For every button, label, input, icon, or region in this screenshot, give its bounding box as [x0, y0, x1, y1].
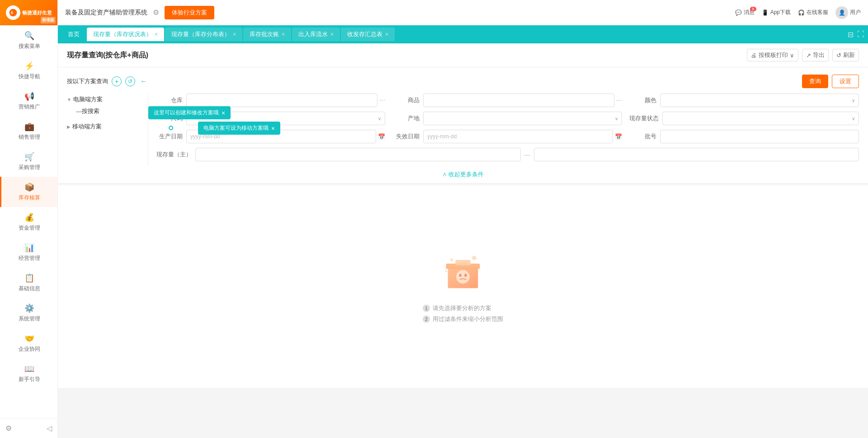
box-icon: 📦 — [24, 182, 34, 192]
tab-close-icon[interactable]: × — [330, 31, 334, 38]
batch-input[interactable] — [660, 130, 859, 143]
system-title: 装备及固定资产辅助管理系统 — [65, 9, 147, 17]
sidebar-item-label: 采购管理 — [19, 164, 40, 171]
app-name: 畅捷通好生意 — [22, 9, 52, 16]
refresh-button[interactable]: ↺ 刷新 — [832, 49, 859, 61]
print-label: 按模板打印 — [759, 51, 788, 59]
tab-inventory-status[interactable]: 现存量（库存状况表） × — [87, 28, 164, 41]
empty-illustration — [440, 249, 486, 294]
sidebar-nav: 🔍 搜索菜单 ⚡ 快捷导航 📢 营销推广 💼 销售管理 🛒 采购管理 📦 库存核… — [0, 25, 57, 418]
svg-point-0 — [9, 9, 17, 17]
desktop-sub-schemes: — 按搜索 — [67, 105, 142, 117]
origin-label: 产地 — [392, 114, 420, 122]
tab-summary[interactable]: 收发存汇总表 × — [341, 28, 395, 41]
message-icon: 💬 — [735, 9, 742, 16]
filter-origin: 产地 ∨ — [392, 112, 622, 125]
warehouse-input[interactable] — [186, 94, 377, 107]
tab-close-icon[interactable]: × — [385, 31, 388, 38]
user-group[interactable]: 👤 用户 — [835, 6, 861, 19]
arrow-right-icon: ▶ — [67, 124, 71, 129]
connector-dot — [169, 126, 173, 130]
sidebar-item-search[interactable]: 🔍 搜索菜单 — [0, 25, 57, 56]
filter-stock-status: 现存量状态 ∨ — [629, 112, 859, 125]
tab-fullscreen-icon[interactable]: ⛶ — [857, 30, 864, 39]
sidebar-item-system[interactable]: ⚙️ 系统管理 — [0, 298, 57, 328]
collapse-button[interactable]: ∧ 收起更多条件 — [67, 166, 859, 183]
filter-product: 商品 ··· — [392, 94, 622, 107]
scheme-desktop-header[interactable]: ▼ 电脑端方案 — [67, 94, 142, 105]
notification-group[interactable]: 💬 消息 8 — [735, 9, 755, 16]
settings-icon[interactable]: ⚙ — [153, 8, 159, 17]
step-number: 1 — [423, 305, 430, 312]
export-button[interactable]: ↗ 导出 — [802, 49, 829, 61]
tooltip-pc-scheme: 电脑方案可设为移动方案哦 × .tooltip-pc::before { con… — [198, 122, 280, 135]
tab-close-icon[interactable]: × — [282, 31, 285, 38]
sidebar-item-label: 销售管理 — [19, 133, 40, 141]
stock-status-label: 现存量状态 — [629, 114, 659, 122]
app-download-group[interactable]: 📱 App下载 — [762, 9, 791, 16]
scheme-mobile-header[interactable]: ▶ 移动端方案 — [67, 121, 142, 132]
sidebar-item-basic-info[interactable]: 📋 基础信息 — [0, 268, 57, 298]
chevron-down-icon: ∨ — [378, 116, 381, 121]
sidebar-item-inventory[interactable]: 📦 库存核算 — [0, 177, 57, 207]
inventory-min-input[interactable] — [195, 148, 521, 161]
tooltip-close-icon[interactable]: × — [271, 125, 275, 132]
settings-button[interactable]: 设置 — [832, 75, 859, 88]
money-icon: 💰 — [24, 212, 34, 222]
back-button[interactable]: ← — [139, 76, 149, 86]
sidebar-item-management[interactable]: 📊 经营管理 — [0, 237, 57, 268]
origin-select[interactable]: ∨ — [423, 112, 622, 125]
sidebar-item-enterprise[interactable]: 🤝 企业协同 — [0, 328, 57, 358]
chevron-down-icon: ∨ — [852, 98, 855, 103]
sidebar-footer: ⚙ ◁ — [0, 418, 57, 438]
sidebar-item-quick-nav[interactable]: ⚡ 快捷导航 — [0, 56, 57, 86]
handshake-icon: 🤝 — [24, 334, 34, 344]
print-button[interactable]: 🖨 按模板打印 ∨ — [747, 49, 798, 61]
tab-label: 现存量（库存状况表） — [93, 30, 152, 38]
content-area: 现存量查询(按仓库+商品) 🖨 按模板打印 ∨ ↗ 导出 ↺ 刷新 — [58, 43, 868, 438]
calendar-icon[interactable]: 📅 — [378, 133, 385, 140]
tab-home[interactable]: 首页 — [61, 28, 86, 41]
tab-label: 出入库流水 — [298, 30, 328, 38]
online-service-group[interactable]: 🎧 在线客服 — [798, 9, 828, 16]
experience-button[interactable]: 体验行业方案 — [165, 6, 214, 19]
collapse-btn[interactable]: ◁ — [45, 422, 54, 434]
refresh-icon: ↺ — [836, 52, 841, 59]
header-left: 装备及固定资产辅助管理系统 ⚙ 体验行业方案 — [65, 6, 214, 19]
scheme-search[interactable]: — 按搜索 — [74, 105, 142, 117]
sidebar-item-marketing[interactable]: 📢 营销推广 — [0, 86, 57, 116]
tab-in-out-flow[interactable]: 出入库流水 × — [292, 28, 340, 41]
product-dots[interactable]: ··· — [616, 96, 622, 104]
empty-state-container: 1 请先选择要分析的方案 2 用过滤条件来缩小分析范围 — [58, 185, 868, 388]
inventory-max-input[interactable] — [534, 148, 859, 161]
sidebar-item-sales[interactable]: 💼 销售管理 — [0, 116, 57, 146]
tab-minimize-icon[interactable]: ⊟ — [848, 30, 854, 39]
expire-date-placeholder: yyyy-mm-dd — [427, 133, 457, 140]
settings-bottom-btn[interactable]: ⚙ — [4, 422, 14, 434]
online-service-label: 在线客服 — [807, 9, 828, 16]
refresh-scheme-button[interactable]: ↺ — [125, 76, 135, 86]
tooltip-close-icon[interactable]: × — [222, 109, 225, 117]
sidebar-item-finance[interactable]: 💰 资金管理 — [0, 207, 57, 237]
expire-date-input[interactable]: yyyy-mm-dd — [423, 130, 613, 143]
sidebar-item-label: 库存核算 — [19, 194, 40, 202]
top-header: 装备及固定资产辅助管理系统 ⚙ 体验行业方案 💬 消息 8 📱 App下载 🎧 … — [58, 0, 868, 25]
scheme-mobile-label: 移动端方案 — [72, 122, 102, 131]
tab-inventory-dist[interactable]: 现存量（库存分布表） × — [165, 28, 242, 41]
color-select[interactable]: ∨ — [660, 94, 859, 107]
calendar-icon[interactable]: 📅 — [615, 133, 622, 140]
stock-status-select[interactable]: ∨ — [662, 112, 859, 125]
chevron-down-icon: ∨ — [790, 52, 794, 59]
svg-point-6 — [459, 274, 462, 277]
tab-close-icon[interactable]: × — [233, 31, 236, 38]
add-scheme-button[interactable]: + — [112, 76, 122, 86]
product-input[interactable] — [423, 94, 614, 107]
tab-close-icon[interactable]: × — [155, 31, 158, 38]
warehouse-dots[interactable]: ··· — [379, 96, 385, 104]
tab-label: 收发存汇总表 — [347, 30, 382, 38]
sidebar-item-purchase[interactable]: 🛒 采购管理 — [0, 146, 57, 177]
filter-section: 按以下方案查询 + ↺ ← 电脑方案可设为移动方案哦 × .tooltip-pc… — [58, 67, 868, 184]
sidebar-item-guide[interactable]: 📖 新手引导 — [0, 358, 57, 389]
tab-batch-account[interactable]: 库存批次账 × — [243, 28, 291, 41]
search-button[interactable]: 查询 — [802, 75, 828, 88]
